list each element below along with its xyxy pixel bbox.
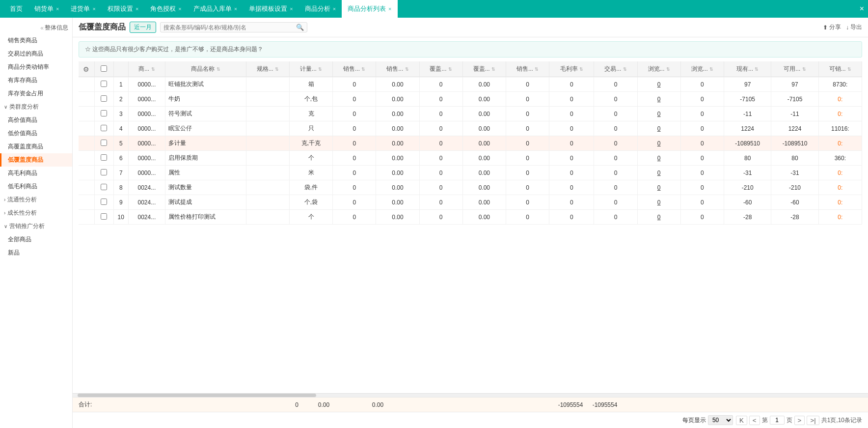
browse1-cell[interactable]: 0 (637, 180, 680, 195)
row-checkbox[interactable] (101, 125, 107, 131)
nav-product-analysis-list[interactable]: 商品分析列表 × (342, 0, 397, 18)
sidebar-group-flow[interactable]: › 流通性分析 (0, 193, 72, 206)
row-checkbox[interactable] (101, 81, 107, 87)
saleable-cell: 360: (818, 151, 862, 166)
filter-button[interactable]: 近一月 (130, 22, 156, 33)
no-cell: 9 (113, 195, 128, 210)
gross-rate-column-header[interactable]: 毛利率 ⇅ (549, 61, 594, 77)
horizontal-scrollbar[interactable] (73, 393, 868, 397)
sidebar-item-stocked-goods[interactable]: 有库存商品 (0, 74, 72, 87)
unit-column-header[interactable]: 计量... ⇅ (289, 61, 332, 77)
browse1-cell[interactable]: 0 (637, 77, 680, 92)
first-page-button[interactable]: K (736, 416, 747, 425)
sidebar-item-high-gross[interactable]: 高毛利商品 (0, 167, 72, 180)
per-page-select[interactable]: 50 20 100 (708, 415, 733, 425)
prev-page-button[interactable]: < (749, 416, 760, 425)
row-checkbox[interactable] (101, 110, 107, 116)
saleable-cell: 8730: (818, 77, 862, 92)
browse2-column-header[interactable]: 浏览... ⇅ (680, 61, 724, 77)
sidebar-collapse-button[interactable]: « 整体信息 (0, 22, 72, 34)
sales3-column-header[interactable]: 销售... ⇅ (506, 61, 549, 77)
sidebar-item-traded-goods[interactable]: 交易过的商品 (0, 47, 72, 60)
code-column-header[interactable]: 商... ⇅ (128, 61, 165, 77)
trade-column-header[interactable]: 交易... ⇅ (594, 61, 637, 77)
browse1-cell[interactable]: 0 (637, 195, 680, 210)
close-icon[interactable]: × (388, 6, 391, 12)
nav-purchase-order[interactable]: 进货单 × (65, 0, 101, 18)
settings-column-header[interactable]: ⚙ (79, 61, 94, 77)
share-button[interactable]: ⬆ 分享 (823, 23, 841, 31)
sidebar-group-cluster[interactable]: ∨ 类群度分析 (0, 100, 72, 114)
name-column-header[interactable]: 商品名称 ⇅ (165, 61, 246, 77)
page-number-input[interactable] (770, 416, 785, 425)
row-checkbox[interactable] (101, 213, 107, 220)
sidebar-item-low-value[interactable]: 低价值商品 (0, 127, 72, 140)
current-column-header[interactable]: 现有... ⇅ (724, 61, 771, 77)
nav-product-in[interactable]: 产成品入库单 × (188, 0, 243, 18)
browse1-cell[interactable]: 0 (637, 136, 680, 151)
nav-role-auth[interactable]: 角色授权 × (144, 0, 187, 18)
sidebar-item-low-gross[interactable]: 低毛利商品 (0, 180, 72, 193)
scrollbar-thumb[interactable] (78, 394, 316, 397)
last-page-button[interactable]: >| (807, 416, 819, 425)
nav-template[interactable]: 单据模板设置 × (243, 0, 298, 18)
available-cell: -28 (771, 210, 818, 225)
row-checkbox[interactable] (101, 184, 107, 190)
browse1-cell[interactable]: 0 (637, 92, 680, 107)
select-all-checkbox[interactable] (101, 65, 107, 72)
saleable-column-header[interactable]: 可销... ⇅ (818, 61, 862, 77)
chevron-right-icon: › (4, 197, 5, 202)
sidebar-item-stock-capital[interactable]: 库存资金占用 (0, 87, 72, 100)
table-row: 10 0024... 属性价格打印测试 个 0 0.00 0 0.00 0 0 … (79, 210, 862, 225)
sidebar-item-category-rate[interactable]: 商品分类动销率 (0, 60, 72, 74)
close-icon[interactable]: × (290, 6, 293, 12)
sidebar-group-marketing[interactable]: ∨ 营销推广分析 (0, 220, 72, 233)
sidebar-item-high-value[interactable]: 高价值商品 (0, 114, 72, 127)
close-icon[interactable]: × (136, 6, 138, 12)
close-icon[interactable]: × (56, 6, 59, 12)
row-checkbox[interactable] (101, 199, 107, 205)
nav-close-all-button[interactable]: × (860, 4, 864, 13)
close-icon[interactable]: × (92, 6, 95, 12)
content-header: 低覆盖度商品 近一月 🔍 ⬆ 分享 ↓ 导出 (73, 18, 868, 37)
browse1-cell[interactable]: 0 (637, 107, 680, 121)
sales1-column-header[interactable]: 销售... ⇅ (333, 61, 376, 77)
cover1-column-header[interactable]: 覆盖... ⇅ (419, 61, 462, 77)
sidebar-item-low-coverage[interactable]: 低覆盖度商品 (0, 153, 72, 167)
row-checkbox[interactable] (101, 154, 107, 161)
close-icon[interactable]: × (178, 6, 181, 12)
browse2-cell: 0 (680, 195, 724, 210)
sales2-cell: 0.00 (376, 166, 419, 180)
sidebar-group-growth[interactable]: › 成长性分析 (0, 206, 72, 220)
export-button[interactable]: ↓ 导出 (846, 23, 862, 31)
spec-column-header[interactable]: 规格... ⇅ (246, 61, 289, 77)
browse1-cell[interactable]: 0 (637, 166, 680, 180)
nav-home[interactable]: 首页 (4, 0, 28, 18)
unit-cell: 个,包 (289, 92, 332, 107)
sidebar-item-all-goods[interactable]: 全部商品 (0, 233, 72, 246)
close-icon[interactable]: × (234, 6, 237, 12)
nav-sales-order[interactable]: 销货单 × (28, 0, 65, 18)
row-checkbox[interactable] (101, 169, 107, 175)
sidebar-item-sales-goods[interactable]: 销售类商品 (0, 34, 72, 47)
next-page-button[interactable]: > (794, 416, 805, 425)
browse1-cell[interactable]: 0 (637, 121, 680, 136)
available-column-header[interactable]: 可用... ⇅ (771, 61, 818, 77)
sidebar-item-new-goods[interactable]: 新品 (0, 246, 72, 259)
browse1-column-header[interactable]: 浏览... ⇅ (637, 61, 680, 77)
close-icon[interactable]: × (333, 6, 336, 12)
search-input[interactable] (163, 24, 296, 31)
browse1-cell[interactable]: 0 (637, 210, 680, 225)
sidebar-item-high-coverage[interactable]: 高覆盖度商品 (0, 140, 72, 153)
sales2-cell: 0.00 (376, 121, 419, 136)
nav-product-analysis[interactable]: 商品分析 × (299, 0, 342, 18)
browse2-cell: 0 (680, 92, 724, 107)
footer-available: -1095554 (588, 401, 622, 408)
nav-permission[interactable]: 权限设置 × (102, 0, 144, 18)
code-cell: 0000... (128, 136, 165, 151)
sales2-column-header[interactable]: 销售... ⇅ (376, 61, 419, 77)
browse1-cell[interactable]: 0 (637, 151, 680, 166)
row-checkbox[interactable] (101, 95, 107, 102)
row-checkbox[interactable] (101, 140, 107, 146)
cover2-column-header[interactable]: 覆盖... ⇅ (462, 61, 506, 77)
